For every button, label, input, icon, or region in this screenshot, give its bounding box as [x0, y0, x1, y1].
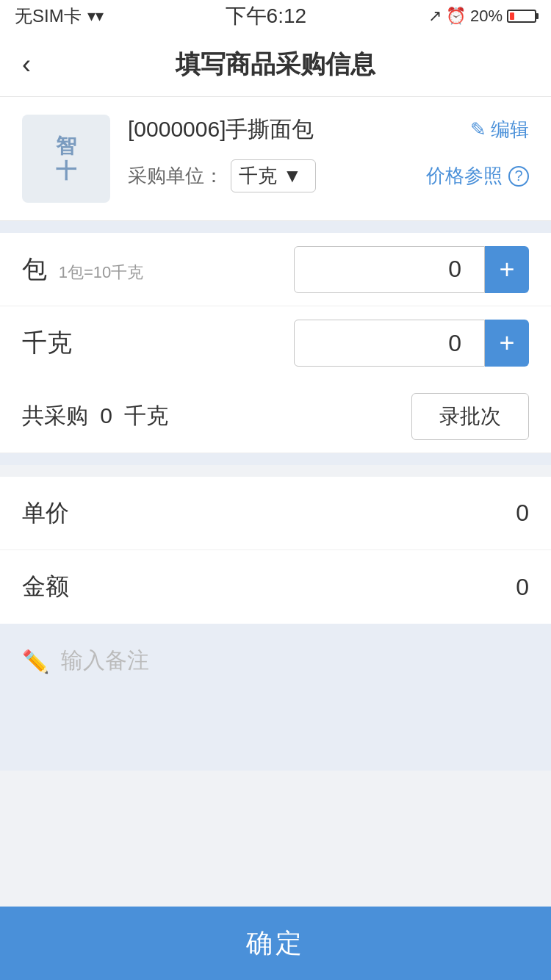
- kg-plus-button[interactable]: +: [485, 320, 529, 367]
- unit-label: 采购单位：: [128, 163, 223, 189]
- amount-row: 金额 0: [0, 550, 551, 624]
- amount-label: 金额: [22, 571, 69, 603]
- notes-section[interactable]: ✏️ 输入备注: [0, 624, 551, 771]
- pencil-icon: ✏️: [22, 649, 49, 674]
- wifi-icon: ▾▾: [87, 7, 104, 26]
- confirm-button[interactable]: 确定: [0, 907, 551, 980]
- status-time: 下午6:12: [226, 2, 307, 30]
- main-content: 智 十 [0000006]手撕面包 ✎ 编辑 采购单位： 千克 ▼: [0, 97, 551, 844]
- section-divider-1: [0, 221, 551, 233]
- section-divider-2: [0, 453, 551, 465]
- kg-input-wrap: +: [110, 320, 529, 367]
- info-icon: ?: [508, 166, 529, 187]
- unit-select[interactable]: 千克 ▼: [231, 159, 316, 192]
- product-logo: 智 十: [56, 134, 76, 183]
- input-section: 包 1包=10千克 + 千克 +: [0, 233, 551, 380]
- unit-price-row: 单价 0: [0, 477, 551, 550]
- input-row-bag: 包 1包=10千克 +: [0, 233, 551, 306]
- record-batch-button[interactable]: 录批次: [411, 393, 529, 440]
- back-button[interactable]: ‹: [22, 49, 31, 80]
- total-text: 共采购 0 千克: [22, 401, 168, 431]
- carrier-label: 无SIM卡: [15, 4, 82, 28]
- total-value: 0: [100, 403, 112, 428]
- dropdown-icon: ▼: [283, 165, 302, 187]
- nav-bar: ‹ 填写商品采购信息: [0, 32, 551, 97]
- status-left: 无SIM卡 ▾▾: [15, 4, 104, 28]
- bag-plus-button[interactable]: +: [485, 246, 529, 293]
- battery-icon: [507, 10, 536, 23]
- unit-selector-group: 采购单位： 千克 ▼: [128, 159, 316, 192]
- price-amount-section: 单价 0 金额 0: [0, 477, 551, 624]
- product-image: 智 十: [22, 115, 110, 203]
- kg-quantity-input[interactable]: [294, 320, 485, 367]
- status-right: ↗ ⏰ 20%: [428, 7, 536, 26]
- price-ref-button[interactable]: 价格参照 ?: [426, 163, 529, 189]
- bag-label: 包 1包=10千克: [22, 253, 143, 287]
- product-name: [0000006]手撕面包: [128, 115, 314, 145]
- battery-percent: 20%: [470, 7, 503, 26]
- product-info: [0000006]手撕面包 ✎ 编辑 采购单位： 千克 ▼ 价格参照 ?: [128, 115, 529, 192]
- bag-input-wrap: +: [143, 246, 529, 293]
- unit-price-label: 单价: [22, 497, 69, 530]
- edit-icon: ✎: [470, 118, 486, 141]
- product-name-row: [0000006]手撕面包 ✎ 编辑: [128, 115, 529, 145]
- product-unit-row: 采购单位： 千克 ▼ 价格参照 ?: [128, 159, 529, 192]
- input-row-kg: 千克 +: [0, 306, 551, 380]
- edit-button[interactable]: ✎ 编辑: [470, 117, 529, 143]
- status-bar: 无SIM卡 ▾▾ 下午6:12 ↗ ⏰ 20%: [0, 0, 551, 32]
- amount-value: 0: [516, 574, 529, 601]
- alarm-icon: ⏰: [446, 7, 466, 26]
- product-card: 智 十 [0000006]手撕面包 ✎ 编辑 采购单位： 千克 ▼: [0, 97, 551, 221]
- total-row: 共采购 0 千克 录批次: [0, 380, 551, 453]
- bag-quantity-input[interactable]: [294, 246, 485, 293]
- unit-price-value: 0: [516, 500, 529, 527]
- notes-placeholder: 输入备注: [61, 646, 149, 676]
- kg-label: 千克: [22, 326, 110, 360]
- page-title: 填写商品采购信息: [176, 48, 375, 82]
- location-icon: ↗: [428, 7, 442, 26]
